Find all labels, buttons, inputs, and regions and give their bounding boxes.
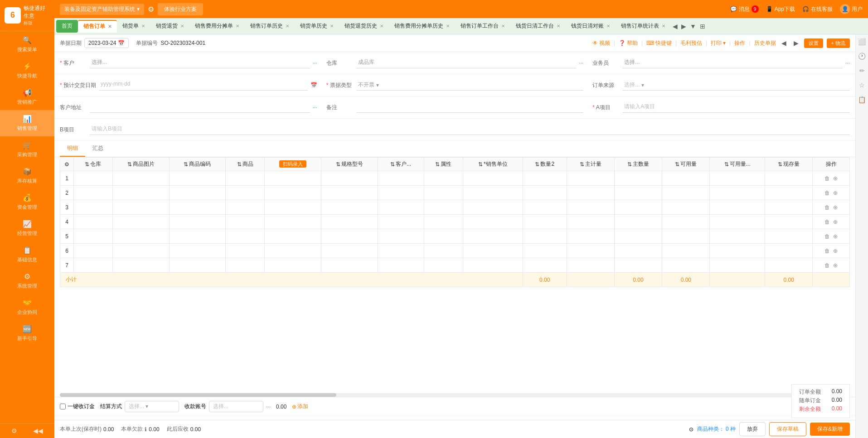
cell-warehouse-7[interactable]: [74, 258, 113, 273]
col-settings[interactable]: ⚙: [60, 158, 74, 171]
delete-icon-7[interactable]: 🗑: [824, 262, 830, 269]
tab-close-icon[interactable]: ✕: [141, 24, 145, 29]
cell-warehouse-4[interactable]: [74, 215, 113, 229]
sidebar-item-销售管理[interactable]: 📊 销售管理: [0, 110, 54, 136]
cell-available2-1[interactable]: [710, 171, 765, 186]
cell-customer-code-2[interactable]: [378, 186, 424, 200]
view-btn[interactable]: 👁 视频: [592, 39, 610, 47]
cell-available2-2[interactable]: [710, 186, 765, 200]
cell-unit-5[interactable]: [463, 229, 523, 244]
address-input[interactable]: [90, 102, 310, 113]
cell-main-qty-6[interactable]: [614, 244, 662, 258]
cell-main-qty-5[interactable]: [614, 229, 662, 244]
tab-summary-inner[interactable]: 汇总: [85, 141, 111, 157]
sidebar-item-采购管理[interactable]: 🛒 采购管理: [0, 136, 54, 163]
discard-button[interactable]: 放弃: [739, 422, 766, 436]
online-service-button[interactable]: 🎧 在线客服: [802, 5, 833, 13]
sidebar-item-基础信息[interactable]: 📋 基础信息: [0, 241, 54, 268]
col-available2[interactable]: ⇅可用量...: [710, 158, 765, 171]
cell-customer-code-7[interactable]: [378, 258, 424, 273]
cell-unit-1[interactable]: [463, 171, 523, 186]
cell-unit-6[interactable]: [463, 244, 523, 258]
right-icon-5[interactable]: 📋: [858, 96, 866, 103]
cell-unit-2[interactable]: [463, 186, 523, 200]
tab-expand-icon[interactable]: ⊞: [698, 23, 707, 30]
cell-attr-5[interactable]: [424, 229, 463, 244]
col-stock[interactable]: ⇅现存量: [765, 158, 813, 171]
cell-action-7[interactable]: 🗑 ⊕: [813, 258, 850, 273]
one-click-checkbox[interactable]: [60, 404, 66, 409]
tab-prev-icon[interactable]: ◀: [671, 23, 679, 30]
col-name[interactable]: ⇅商品: [226, 158, 265, 171]
delete-icon-5[interactable]: 🗑: [824, 233, 830, 240]
cell-available-5[interactable]: [662, 229, 710, 244]
sidebar-item-企业协同[interactable]: 🤝 企业协同: [0, 294, 54, 320]
cell-image-6[interactable]: [112, 244, 169, 258]
tab-summary[interactable]: 销售订单统计表 ✕: [616, 20, 671, 33]
cell-available2-7[interactable]: [710, 258, 765, 273]
tab-close-icon[interactable]: ✕: [180, 24, 184, 29]
sidebar-collapse-icon[interactable]: ◀◀: [33, 427, 43, 434]
cell-customer-code-5[interactable]: [378, 229, 424, 244]
order-source-select[interactable]: 选择... ▾: [622, 80, 850, 91]
tab-detail[interactable]: 明细: [60, 141, 85, 157]
cell-warehouse-3[interactable]: [74, 200, 113, 215]
calendar-icon[interactable]: 📅: [118, 40, 125, 46]
cell-available-4[interactable]: [662, 215, 710, 229]
copy-icon-6[interactable]: ⊕: [833, 248, 838, 254]
cell-available2-6[interactable]: [710, 244, 765, 258]
copy-icon-2[interactable]: ⊕: [833, 190, 838, 196]
cell-warehouse-6[interactable]: [74, 244, 113, 258]
sidebar-item-搜索菜单[interactable]: 🔍 搜索菜单: [0, 31, 54, 58]
cell-action-1[interactable]: 🗑 ⊕: [813, 171, 850, 186]
cell-qty2-2[interactable]: [523, 186, 567, 200]
cell-code-7[interactable]: [169, 258, 226, 273]
tab-sales-return[interactable]: 销货退货 ✕: [150, 20, 189, 33]
cell-action-3[interactable]: 🗑 ⊕: [813, 200, 850, 215]
print-btn[interactable]: 打印 ▾: [711, 39, 726, 47]
app-download-button[interactable]: 📱 App下载: [766, 5, 795, 13]
cell-qty2-1[interactable]: [523, 171, 567, 186]
cell-customer-code-6[interactable]: [378, 244, 424, 258]
cell-main-qty-3[interactable]: [614, 200, 662, 215]
cell-available2-4[interactable]: [710, 215, 765, 229]
cell-qty2-6[interactable]: [523, 244, 567, 258]
tab-close-icon[interactable]: ✕: [330, 24, 334, 29]
cell-main-unit-2[interactable]: [567, 186, 614, 200]
cell-main-unit-4[interactable]: [567, 215, 614, 229]
cell-customer-code-1[interactable]: [378, 171, 424, 186]
tab-return-history[interactable]: 销货退货历史 ✕: [339, 20, 389, 33]
cell-warehouse-5[interactable]: [74, 229, 113, 244]
goods-count-link[interactable]: 商品种类： 0 种: [697, 425, 736, 433]
warehouse-more-icon[interactable]: ···: [579, 60, 583, 66]
cell-main-qty-4[interactable]: [614, 215, 662, 229]
cell-stock-4[interactable]: [765, 215, 813, 229]
cell-name-2[interactable]: [226, 186, 265, 200]
copy-icon-1[interactable]: ⊕: [833, 175, 838, 182]
tab-sales-fee[interactable]: 销售费用分摊单 ✕: [189, 20, 245, 33]
shortcut-btn[interactable]: ⌨ 快捷键: [646, 39, 672, 47]
right-icon-4[interactable]: ☆: [859, 82, 865, 89]
tab-close-icon[interactable]: ✕: [236, 24, 239, 29]
system-selector[interactable]: 装备及固定资产辅助管理系统 ▾: [60, 4, 144, 15]
tab-close-icon[interactable]: ✕: [108, 24, 112, 29]
sidebar-item-新手引导[interactable]: 🆕 新手引导: [0, 320, 54, 347]
copy-icon-3[interactable]: ⊕: [833, 204, 838, 211]
staff-input[interactable]: 选择...: [622, 58, 843, 68]
cell-name-5[interactable]: [226, 229, 265, 244]
cell-qty2-5[interactable]: [523, 229, 567, 244]
copy-icon-5[interactable]: ⊕: [833, 233, 838, 240]
tab-order-history[interactable]: 销售订单历史 ✕: [245, 20, 295, 33]
topbar-settings-icon[interactable]: ⚙: [148, 5, 154, 14]
cell-warehouse-1[interactable]: [74, 171, 113, 186]
col-warehouse[interactable]: ⇅仓库: [74, 158, 113, 171]
cell-available-3[interactable]: [662, 200, 710, 215]
next-record-icon[interactable]: ▶: [792, 39, 800, 47]
cell-attr-6[interactable]: [424, 244, 463, 258]
add-button[interactable]: ⊕ 添加: [292, 403, 308, 410]
tab-workbench[interactable]: 销售订单工作台 ✕: [455, 20, 510, 33]
cell-customer-code-3[interactable]: [378, 200, 424, 215]
cell-customer-code-4[interactable]: [378, 215, 424, 229]
cell-image-1[interactable]: [112, 171, 169, 186]
cell-main-unit-1[interactable]: [567, 171, 614, 186]
